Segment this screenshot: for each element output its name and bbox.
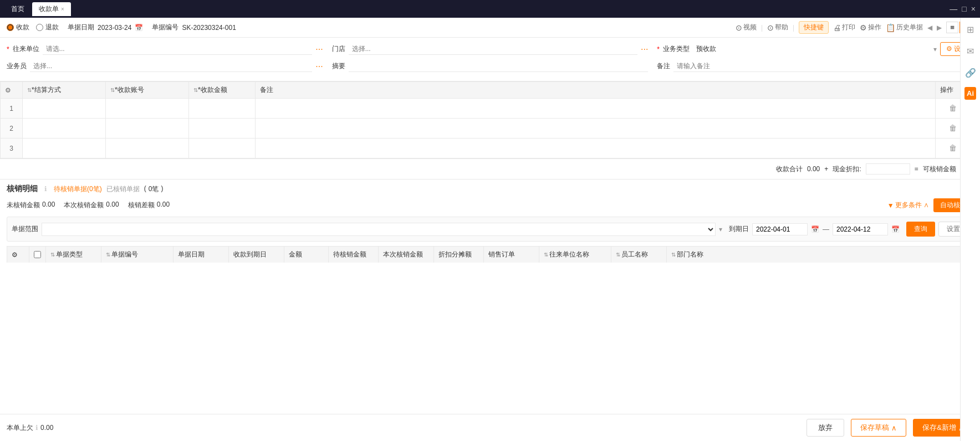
refund-radio[interactable]: 退款 (36, 23, 59, 32)
diff-value: 0.00 (157, 201, 170, 210)
payment-method-1[interactable] (23, 99, 106, 119)
per-page-value: 0.00 (40, 424, 53, 432)
link-icon[interactable]: 🔗 (963, 65, 978, 80)
doc-number-field-group: 单据编号 SK-20230324-001 (152, 23, 236, 32)
bth-pending: 待核销金额 (329, 247, 379, 263)
help-label: 帮助 (775, 23, 788, 32)
table-settings-icon[interactable]: ⚙ (5, 86, 11, 94)
table-row: 1 🗑 ⧉ (1, 99, 980, 119)
more-filter-label: 更多条件 ∧ (895, 201, 929, 210)
total-value: 0.00 (807, 165, 820, 173)
staff-label: 业务员 (7, 61, 27, 71)
memo-input[interactable] (349, 60, 649, 72)
home-tab[interactable]: 首页 (4, 2, 31, 16)
doc-number-value: SK-20230324-001 (182, 24, 236, 32)
next-icon[interactable]: ▶ (937, 24, 942, 32)
more-filter-button[interactable]: ▼ 更多条件 ∧ (887, 201, 929, 210)
query-button[interactable]: 查询 (906, 222, 935, 237)
save-new-label: 保存&新增 (922, 423, 956, 433)
calendar-icon[interactable]: 📅 (135, 24, 143, 32)
staff-input[interactable] (30, 60, 312, 72)
history-link[interactable]: 📋 历史单据 (886, 23, 923, 32)
bth-rec-date: 收款到期日 (229, 247, 284, 263)
bottom-bar: 本单上欠 ℹ 0.00 放弃 保存草稿 ∧ 保存&新增 ∧ (0, 414, 980, 441)
bth-dept: ⇅部门名称 (667, 247, 973, 263)
delete-icon-2[interactable]: 🗑 (949, 124, 957, 132)
counterparty-input[interactable] (43, 43, 313, 55)
delete-icon-1[interactable]: 🗑 (949, 104, 957, 112)
bth-doc-num: ⇅单据编号 (101, 247, 173, 263)
receipt-account-header: ⇅*收款账号 (106, 82, 189, 99)
payment-method-3[interactable] (23, 139, 106, 158)
calendar-to-icon[interactable]: 📅 (891, 225, 900, 233)
receipt-account-3[interactable] (106, 139, 189, 158)
remarks-1[interactable] (256, 99, 936, 119)
payment-method-header: ⇅*结算方式 (23, 82, 106, 99)
remarks-label: 备注 (657, 61, 670, 71)
main-container: 收款 退款 单据日期 2023-03-24 📅 单据编号 SK-20230324… (0, 18, 980, 441)
bth-checkbox[interactable] (29, 247, 46, 263)
payment-method-2[interactable] (23, 119, 106, 139)
abandon-button[interactable]: 放弃 (807, 419, 844, 437)
counterparty-more-icon[interactable]: ··· (315, 44, 323, 54)
pending-tab[interactable]: 待核销单据(0笔) (54, 184, 102, 194)
total-label: 收款合计 (776, 165, 803, 174)
shortcut-button[interactable]: 快捷键 (799, 21, 829, 34)
print-link[interactable]: 🖨 打印 (833, 23, 855, 32)
reconcile-info-icon[interactable]: ℹ (44, 185, 47, 193)
remarks-input[interactable] (673, 60, 973, 72)
window-controls: — □ × (950, 4, 976, 13)
store-field: 门店 ··· (332, 43, 649, 55)
discount-input[interactable] (866, 163, 910, 175)
settings-col-header[interactable]: ⚙ (1, 82, 23, 99)
list-view-button[interactable]: ≡ (946, 22, 958, 33)
refund-radio-input[interactable] (36, 24, 43, 31)
remarks-3[interactable] (256, 139, 936, 158)
due-date-to[interactable] (833, 223, 888, 235)
bth-amount: 金额 (284, 247, 329, 263)
print-icon: 🖨 (833, 23, 841, 32)
maximize-icon[interactable]: □ (962, 4, 966, 13)
reconcile-title: 核销明细 (7, 184, 38, 194)
video-label: 视频 (743, 23, 757, 32)
doc-range-select[interactable] (42, 223, 716, 236)
history-label: 历史单据 (896, 23, 923, 32)
save-draft-button[interactable]: 保存草稿 ∧ (851, 419, 906, 437)
receipt-account-1[interactable] (106, 99, 189, 119)
store-input[interactable] (349, 43, 637, 55)
minimize-icon[interactable]: — (950, 4, 957, 13)
table-icon[interactable]: ⊞ (964, 22, 976, 37)
staff-more-icon[interactable]: ··· (315, 61, 323, 71)
close-tab-icon[interactable]: × (61, 6, 64, 12)
doc-range-chevron[interactable] (719, 225, 722, 233)
due-date-from[interactable] (752, 223, 808, 235)
pending-tab-label: 待核销单据 (54, 185, 87, 193)
receipt-radio-input[interactable] (7, 24, 14, 31)
filter-row: 单据范围 到期日 📅 — 📅 查询 设置 (7, 217, 973, 242)
amount-1[interactable] (189, 99, 256, 119)
mail-icon[interactable]: ✉ (964, 44, 976, 59)
receipt-account-2[interactable] (106, 119, 189, 139)
ai-icon[interactable]: Ai (964, 87, 976, 100)
close-window-icon[interactable]: × (971, 4, 976, 13)
top-nav: 首页 收款单 × — □ × (0, 0, 980, 18)
delete-icon-3[interactable]: 🗑 (949, 143, 957, 152)
remarks-2[interactable] (256, 119, 936, 139)
amount-3[interactable] (189, 139, 256, 158)
active-tab[interactable]: 收款单 × (32, 2, 71, 16)
per-page-icon[interactable]: ℹ (35, 424, 38, 432)
calendar-from-icon[interactable]: 📅 (811, 225, 819, 233)
biz-type-dropdown-icon[interactable]: ▾ (933, 45, 937, 53)
operation-link[interactable]: ⚙ 操作 (860, 23, 881, 32)
memo-label: 摘要 (332, 61, 345, 71)
doc-range-label: 单据范围 (12, 224, 38, 234)
video-link[interactable]: ⊙ 视频 (736, 23, 757, 32)
prev-icon[interactable]: ◀ (927, 24, 932, 32)
store-more-icon[interactable]: ··· (641, 44, 648, 54)
help-link[interactable]: ⊙ 帮助 (767, 23, 788, 32)
amount-2[interactable] (189, 119, 256, 139)
select-all-checkbox[interactable] (34, 251, 41, 258)
date-value: 2023-03-24 (98, 24, 131, 32)
bth-settings[interactable]: ⚙ (7, 247, 29, 263)
receipt-radio[interactable]: 收款 (7, 23, 29, 32)
